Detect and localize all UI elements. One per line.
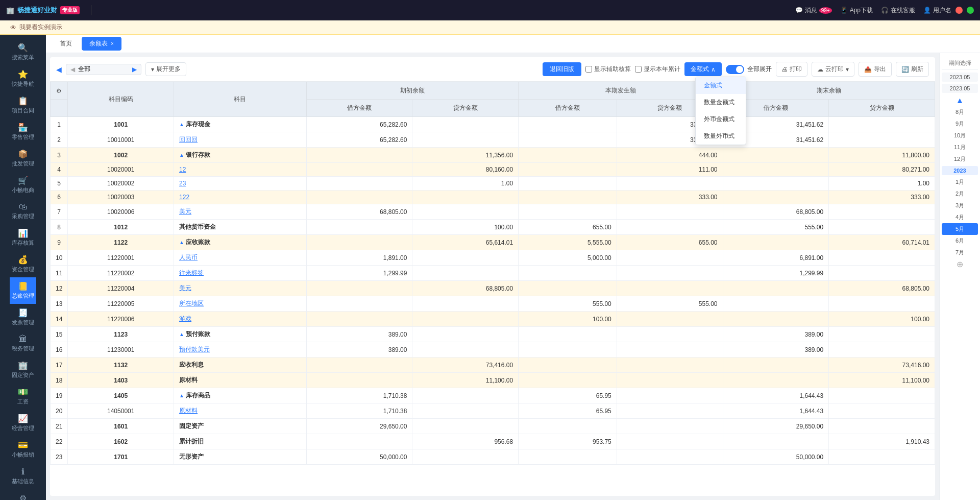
month-item-1[interactable]: 9月 — [942, 118, 978, 130]
sidebar-item-2[interactable]: 📋项目合同 — [10, 92, 36, 118]
sidebar-item-10[interactable]: 🧾发票管理 — [10, 304, 36, 330]
sidebar-item-5[interactable]: 🛒小畅电商 — [10, 172, 36, 198]
search-input[interactable] — [78, 66, 129, 73]
nav-left-icon[interactable]: ◀ — [56, 65, 62, 74]
cell-no-4: 5 — [51, 177, 68, 191]
subject-link-12[interactable]: 所在地区 — [179, 300, 204, 307]
return-old-btn[interactable]: 退回旧版 — [543, 62, 581, 76]
sidebar-item-17[interactable]: ⚙系统管理 — [10, 489, 36, 500]
sidebar-item-0[interactable]: 🔍搜索菜单 — [10, 39, 36, 65]
month-item-6[interactable]: 1月 — [942, 176, 978, 188]
sidebar-item-7[interactable]: 📊库存核算 — [10, 224, 36, 251]
balance-table: ⚙ 科目编码 科目 期初余额 本期发生额 期末余额 借方金额 贷方金额 — [50, 82, 935, 465]
month-item-0[interactable]: 8月 — [942, 106, 978, 118]
subject-link-1[interactable]: 回回回 — [179, 136, 198, 143]
amount-mode-dropdown[interactable]: 金额式 ∧ — [684, 62, 722, 76]
sidebar-icon-7: 📊 — [18, 228, 28, 238]
cell-subject-8: ▲ 应收账款 — [174, 235, 307, 250]
cloud-print-btn[interactable]: ☁ 云打印 ▾ — [812, 62, 854, 77]
app-download-btn[interactable]: 📱 App下载 — [840, 6, 873, 15]
tab-balance[interactable]: 余额表 × — [82, 37, 121, 51]
menu-item-qty-forex[interactable]: 数量外币式 — [696, 128, 746, 145]
month-item-3[interactable]: 11月 — [942, 141, 978, 153]
cell-no-1: 2 — [51, 132, 68, 148]
subject-link-3[interactable]: 12 — [179, 166, 186, 173]
subject-link-9[interactable]: 人民币 — [179, 254, 198, 261]
cell-code-4: 10020002 — [68, 177, 174, 191]
month-item-11[interactable]: 6月 — [942, 235, 978, 247]
subject-link-11[interactable]: 美元 — [179, 284, 191, 292]
month-item-4[interactable]: 12月 — [942, 153, 978, 165]
sidebar-item-11[interactable]: 🏛税务管理 — [10, 330, 36, 356]
table-row: 22 1602 累计折旧 956.68 953.75 1,910.43 — [51, 434, 935, 449]
cell-oc-0 — [412, 117, 519, 132]
subject-link-15[interactable]: 预付款美元 — [179, 346, 210, 353]
month-item-8[interactable]: 3月 — [942, 200, 978, 211]
subject-link-10[interactable]: 往来标签 — [179, 269, 204, 276]
user-avatar[interactable]: 👤 用户名 — [923, 6, 951, 15]
month-item-2[interactable]: 10月 — [942, 130, 978, 141]
cell-ed-15: 389.00 — [723, 342, 829, 358]
print-btn[interactable]: 🖨 打印 — [776, 62, 807, 77]
refresh-btn[interactable]: 🔄 刷新 — [896, 62, 929, 77]
menu-item-amount[interactable]: 金额式 — [696, 77, 746, 94]
sidebar-item-15[interactable]: 💳小畅报销 — [10, 436, 36, 463]
cell-ed-5 — [723, 191, 829, 204]
sidebar-item-16[interactable]: ℹ基础信息 — [10, 463, 36, 489]
export-btn[interactable]: 📤 导出 — [859, 62, 892, 77]
sidebar-item-13[interactable]: 💵工资 — [10, 383, 36, 410]
show-assist-input[interactable] — [585, 66, 592, 73]
subject-link-19[interactable]: 原材料 — [179, 407, 198, 414]
sidebar-item-14[interactable]: 📈经营管理 — [10, 410, 36, 436]
cell-cc-12: 555.00 — [617, 296, 723, 312]
cell-cc-14 — [617, 327, 723, 342]
cell-od-11 — [306, 281, 412, 296]
month-item-10[interactable]: 5月 — [942, 223, 978, 235]
table-row: 6 10020003 122 333.00 333.00 — [51, 191, 935, 204]
cell-no-18: 19 — [51, 388, 68, 403]
sidebar: 🔍搜索菜单⭐快捷导航📋项目合同🏪零售管理📦批发管理🛒小畅电商🛍采购管理📊库存核算… — [0, 35, 46, 500]
expand-all-toggle[interactable]: 全部展开 — [726, 65, 772, 74]
menu-item-forex-amount[interactable]: 外币金额式 — [696, 111, 746, 128]
sidebar-item-12[interactable]: 🏢固定资产 — [10, 356, 36, 383]
cell-ec-3: 80,271.00 — [829, 163, 935, 177]
panel-expand-btn[interactable]: ⊕ — [955, 258, 964, 270]
panel-up-arrow[interactable]: ▲ — [955, 95, 965, 106]
tab-close-btn[interactable]: × — [111, 41, 114, 46]
show-ytd-checkbox[interactable]: 显示本年累计 — [635, 65, 680, 74]
sidebar-item-4[interactable]: 📦批发管理 — [10, 145, 36, 172]
toggle-switch-el[interactable] — [726, 65, 744, 74]
online-service-btn[interactable]: 🎧 在线客服 — [881, 6, 915, 15]
export-label: 导出 — [874, 65, 886, 74]
cell-subject-0: ▲ 库存现金 — [174, 117, 307, 132]
tab-home[interactable]: 首页 — [52, 37, 80, 51]
expand-btn[interactable]: ▾ 展开更多 — [145, 62, 186, 76]
sidebar-item-8[interactable]: 💰资金管理 — [10, 251, 36, 277]
menu-item-qty-amount[interactable]: 数量金额式 — [696, 94, 746, 111]
subject-link-5[interactable]: 122 — [179, 194, 189, 201]
col-settings[interactable]: ⚙ — [51, 82, 68, 100]
cell-ec-21: 1,910.43 — [829, 434, 935, 449]
sidebar-item-9[interactable]: 📒总账管理 — [10, 277, 36, 304]
sidebar-item-6[interactable]: 🛍采购管理 — [10, 198, 36, 224]
sidebar-item-3[interactable]: 🏪零售管理 — [10, 118, 36, 145]
show-ytd-input[interactable] — [635, 66, 642, 73]
message-btn[interactable]: 💬 消息 99+ — [795, 6, 832, 15]
month-item-12[interactable]: 7月 — [942, 247, 978, 258]
show-assist-checkbox[interactable]: 显示辅助核算 — [585, 65, 631, 74]
month-item-9[interactable]: 4月 — [942, 211, 978, 223]
right-panel-year2[interactable]: 2023.05 — [942, 84, 978, 93]
cell-oc-7: 100.00 — [412, 220, 519, 235]
right-panel-year1[interactable]: 2023.05 — [942, 73, 978, 82]
month-item-5[interactable]: 2023 — [942, 166, 978, 175]
sidebar-item-1[interactable]: ⭐快捷导航 — [10, 65, 36, 92]
month-item-7[interactable]: 2月 — [942, 188, 978, 200]
table-row: 18 1403 原材料 11,100.00 11,100.00 — [51, 373, 935, 388]
close-btn[interactable] — [955, 7, 963, 14]
max-btn[interactable] — [967, 7, 974, 14]
subject-link-13[interactable]: 游戏 — [179, 315, 191, 322]
demo-icon: 👁 — [10, 24, 16, 31]
subject-link-6[interactable]: 美元 — [179, 208, 191, 215]
content-main: ◀ ◀ ▶ ▾ 展开更多 退回旧版 显示辅助核算 — [50, 57, 935, 496]
subject-link-4[interactable]: 23 — [179, 180, 186, 187]
